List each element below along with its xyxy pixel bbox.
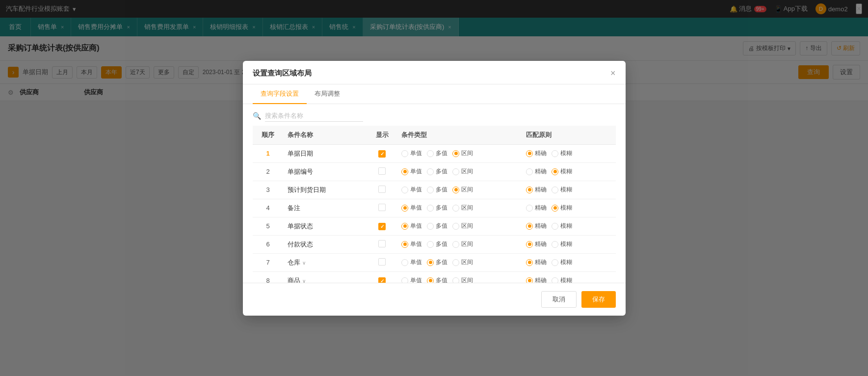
radio-type-type_multi[interactable]: 多值 [427,186,447,194]
modal-tab-layout[interactable]: 布局调整 [307,84,348,104]
radio-dot [526,223,533,230]
checkbox[interactable] [378,204,386,211]
radio-dot [427,187,434,193]
radio-match-match_fuzzy[interactable]: 模糊 [552,167,572,176]
radio-dot [526,241,533,248]
row-display-checkbox[interactable] [367,144,397,162]
table-row: 1单据日期单值多值区间精确模糊 [253,144,616,162]
row-display-checkbox[interactable] [367,181,397,199]
radio-type-type_single[interactable]: 单值 [401,222,422,230]
radio-dot [452,205,459,212]
radio-type-type_single[interactable]: 单值 [401,240,422,248]
row-type: 单值多值区间 [397,217,522,235]
row-order: 2 [253,162,284,181]
checkbox[interactable] [378,223,386,230]
radio-type-type_multi[interactable]: 多值 [427,222,447,230]
radio-type-type_single[interactable]: 单值 [401,167,422,176]
radio-type-type_range[interactable]: 区间 [452,276,473,283]
radio-dot [452,223,459,230]
radio-dot [452,168,459,175]
radio-type-type_range[interactable]: 区间 [452,240,473,248]
radio-type-type_range[interactable]: 区间 [452,167,473,176]
radio-match-match_fuzzy[interactable]: 模糊 [552,204,572,212]
table-row: 5单据状态单值多值区间精确模糊 [253,217,616,235]
radio-match-match_fuzzy[interactable]: 模糊 [552,240,572,248]
radio-type-type_multi[interactable]: 多值 [427,276,447,283]
radio-dot [401,223,408,230]
row-name: 单据状态 [284,217,367,235]
radio-dot [401,168,408,175]
table-row: 2单据编号单值多值区间精确模糊 [253,162,616,181]
radio-dot [552,168,558,175]
radio-dot [552,277,558,283]
radio-match-match_fuzzy[interactable]: 模糊 [552,276,572,283]
radio-match-match_exact[interactable]: 精确 [526,186,547,194]
row-match: 精确模糊 [522,253,615,271]
radio-match-match_exact[interactable]: 精确 [526,204,547,212]
radio-match-match_fuzzy[interactable]: 模糊 [552,149,572,158]
radio-dot [401,205,408,212]
modal-tab-query-fields[interactable]: 查询字段设置 [253,84,307,104]
radio-match-match_fuzzy[interactable]: 模糊 [552,258,572,267]
radio-match-match_exact[interactable]: 精确 [526,167,547,176]
search-input[interactable] [265,110,363,122]
row-display-checkbox[interactable] [367,162,397,181]
row-display-checkbox[interactable] [367,235,397,253]
radio-match-match_exact[interactable]: 精确 [526,240,547,248]
radio-type-type_single[interactable]: 单值 [401,258,422,267]
save-button[interactable]: 保存 [581,291,616,308]
radio-type-type_multi[interactable]: 多值 [427,167,447,176]
radio-type-type_single[interactable]: 单值 [401,276,422,283]
radio-match-match_exact[interactable]: 精确 [526,276,547,283]
checkbox[interactable] [378,240,386,247]
radio-match-match_exact[interactable]: 精确 [526,222,547,230]
checkbox[interactable] [378,186,386,193]
checkbox[interactable] [378,167,386,175]
row-display-checkbox[interactable] [367,253,397,271]
checkbox[interactable] [378,258,386,266]
radio-type-type_multi[interactable]: 多值 [427,204,447,212]
radio-dot [552,223,558,230]
cancel-button[interactable]: 取消 [541,291,577,308]
radio-dot [452,187,459,193]
radio-type-type_range[interactable]: 区间 [452,149,473,158]
radio-dot [552,205,558,212]
radio-type-type_range[interactable]: 区间 [452,258,473,267]
row-match: 精确模糊 [522,144,615,162]
modal-footer: 取消 保存 [243,283,626,316]
radio-type-type_single[interactable]: 单值 [401,186,422,194]
th-name: 条件名称 [284,126,367,145]
radio-type-type_single[interactable]: 单值 [401,149,422,158]
radio-dot [401,259,408,266]
radio-type-type_range[interactable]: 区间 [452,186,473,194]
row-display-checkbox[interactable] [367,199,397,217]
row-type: 单值多值区间 [397,162,522,181]
radio-match-match_fuzzy[interactable]: 模糊 [552,186,572,194]
row-match: 精确模糊 [522,271,615,283]
checkbox[interactable] [378,150,386,158]
radio-match-match_exact[interactable]: 精确 [526,258,547,267]
th-type: 条件类型 [397,126,522,145]
modal-close-button[interactable]: × [610,69,616,78]
radio-match-match_exact[interactable]: 精确 [526,149,547,158]
modal-dialog: 设置查询区域布局 × 查询字段设置 布局调整 🔍 顺序 [243,61,626,316]
row-display-checkbox[interactable] [367,271,397,283]
radio-type-type_range[interactable]: 区间 [452,222,473,230]
radio-dot [427,241,434,248]
row-match: 精确模糊 [522,162,615,181]
radio-type-type_multi[interactable]: 多值 [427,240,447,248]
row-name: 单据日期 [284,144,367,162]
checkbox[interactable] [378,277,386,283]
row-match: 精确模糊 [522,199,615,217]
radio-dot [427,223,434,230]
row-display-checkbox[interactable] [367,217,397,235]
radio-type-type_range[interactable]: 区间 [452,204,473,212]
radio-dot [552,187,558,193]
radio-dot [526,168,533,175]
radio-dot [452,150,459,157]
radio-type-type_multi[interactable]: 多值 [427,149,447,158]
radio-type-type_single[interactable]: 单值 [401,204,422,212]
radio-match-match_fuzzy[interactable]: 模糊 [552,222,572,230]
row-match: 精确模糊 [522,217,615,235]
radio-type-type_multi[interactable]: 多值 [427,258,447,267]
